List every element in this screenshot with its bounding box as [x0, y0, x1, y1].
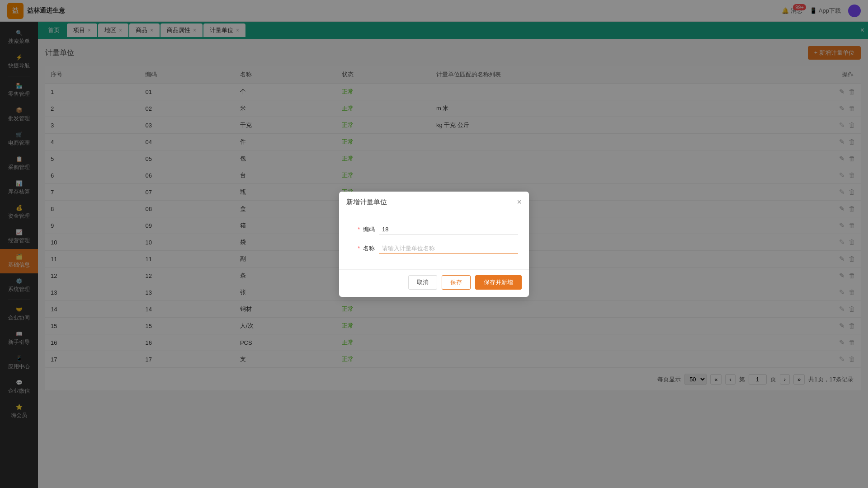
form-row-name: * 名称 [350, 243, 518, 254]
name-label: * 名称 [350, 244, 375, 253]
save-button[interactable]: 保存 [442, 275, 471, 290]
modal-title: 新增计量单位 [346, 198, 387, 206]
save-and-new-button[interactable]: 保存并新增 [475, 275, 522, 290]
modal-close-button[interactable]: × [517, 198, 522, 206]
modal-footer: 取消 保存 保存并新增 [339, 269, 529, 297]
name-input[interactable] [379, 243, 518, 254]
form-row-code: * 编码 [350, 224, 518, 235]
code-label: * 编码 [350, 225, 375, 234]
cancel-button[interactable]: 取消 [408, 275, 437, 290]
modal-body: * 编码 * 名称 [339, 213, 529, 269]
code-required-mark: * [358, 226, 360, 233]
modal-header: 新增计量单位 × [339, 192, 529, 213]
modal-overlay: 新增计量单位 × * 编码 * 名称 取消 保存 保存并新增 [0, 0, 868, 488]
add-unit-modal: 新增计量单位 × * 编码 * 名称 取消 保存 保存并新增 [339, 192, 529, 297]
code-input[interactable] [379, 224, 518, 235]
name-required-mark: * [358, 245, 360, 252]
